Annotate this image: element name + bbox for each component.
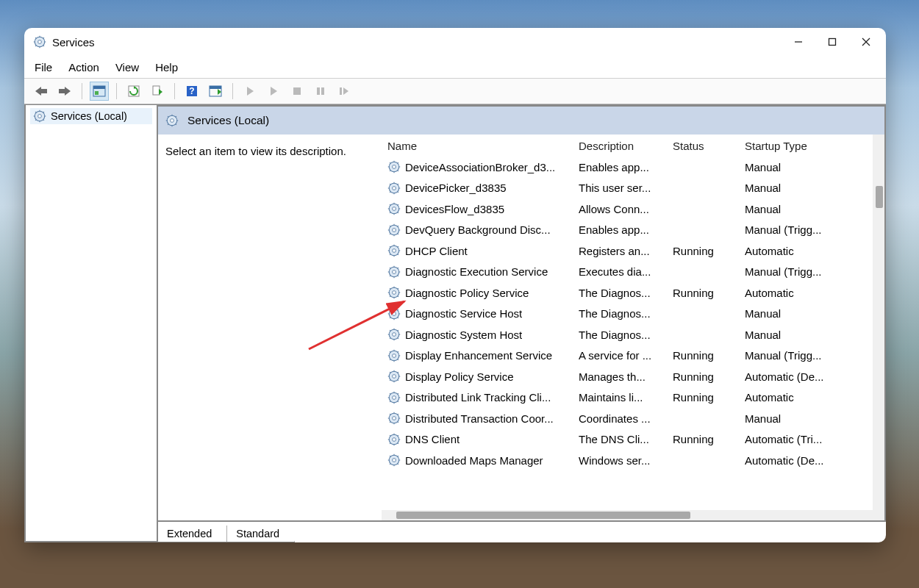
- col-description[interactable]: Description: [579, 140, 673, 152]
- service-row[interactable]: Diagnostic System HostThe Diagnos...Manu…: [382, 324, 884, 345]
- vertical-scrollbar[interactable]: [873, 135, 884, 520]
- svg-marker-29: [271, 87, 277, 96]
- forward-button[interactable]: [55, 82, 74, 101]
- service-startup: Manual: [745, 412, 848, 425]
- tree-item-services-local[interactable]: Services (Local): [30, 108, 152, 124]
- service-row[interactable]: Diagnostic Execution ServiceExecutes dia…: [382, 262, 884, 283]
- service-startup: Automatic (Tri...: [745, 433, 848, 445]
- service-row[interactable]: Diagnostic Policy ServiceThe Diagnos...R…: [382, 282, 884, 304]
- service-startup: Automatic (De...: [745, 454, 848, 467]
- service-status: Running: [673, 433, 745, 445]
- restart-service-button[interactable]: [335, 82, 354, 101]
- svg-rect-32: [321, 87, 324, 95]
- service-status: Running: [673, 391, 745, 404]
- menu-help[interactable]: Help: [155, 61, 178, 74]
- service-desc: Coordinates ...: [579, 412, 673, 425]
- service-name: Display Policy Service: [405, 370, 514, 383]
- service-row[interactable]: Downloaded Maps ManagerWindows ser...Aut…: [382, 450, 884, 471]
- help-button[interactable]: ?: [182, 82, 201, 101]
- pause-service-button[interactable]: [311, 82, 330, 101]
- service-startup: Automatic: [745, 245, 848, 257]
- service-desc: Enables app...: [579, 161, 673, 173]
- service-row[interactable]: DevicesFlow_d3835Allows Conn...Manual: [382, 198, 884, 220]
- service-row[interactable]: Distributed Transaction Coor...Coordinat…: [382, 408, 884, 429]
- service-startup: Manual (Trigg...: [745, 349, 848, 362]
- service-desc: Manages th...: [579, 370, 673, 383]
- services-window: Services File Action View Help ?: [24, 28, 886, 542]
- export-list-button[interactable]: [148, 82, 167, 101]
- start-service-alt-button[interactable]: [264, 82, 283, 101]
- gear-icon: [387, 328, 401, 341]
- svg-marker-27: [218, 89, 221, 95]
- service-name: Diagnostic Policy Service: [405, 287, 529, 299]
- service-desc: Windows ser...: [579, 454, 673, 467]
- window-title: Services: [52, 36, 95, 49]
- service-startup: Manual (Trigg...: [745, 265, 848, 278]
- gear-icon: [387, 307, 401, 320]
- col-startup[interactable]: Startup Type: [745, 140, 848, 152]
- service-startup: Manual: [745, 161, 848, 173]
- service-status: Running: [673, 370, 745, 383]
- service-desc: Maintains li...: [579, 391, 673, 404]
- maximize-button[interactable]: [815, 31, 849, 53]
- service-row[interactable]: Distributed Link Tracking Cli...Maintain…: [382, 387, 884, 409]
- svg-rect-30: [293, 87, 301, 95]
- stop-service-button[interactable]: [287, 82, 307, 101]
- gear-icon: [387, 265, 401, 279]
- service-name: Diagnostic Execution Service: [405, 265, 548, 278]
- description-pane: Select an item to view its description.: [158, 135, 382, 520]
- refresh-button[interactable]: [124, 82, 143, 101]
- service-desc: The Diagnos...: [579, 307, 673, 320]
- svg-rect-21: [153, 86, 160, 95]
- service-name: DevQuery Background Disc...: [405, 223, 551, 236]
- pane-header-label: Services (Local): [187, 114, 269, 127]
- horizontal-scrollbar[interactable]: [382, 510, 873, 520]
- gear-icon: [33, 35, 46, 49]
- service-row[interactable]: DNS ClientThe DNS Cli...RunningAutomatic…: [382, 429, 884, 451]
- menu-file[interactable]: File: [35, 61, 52, 74]
- show-hide-tree-button[interactable]: [90, 82, 109, 101]
- service-startup: Automatic (De...: [745, 370, 848, 383]
- service-row[interactable]: Diagnostic Service HostThe Diagnos...Man…: [382, 304, 884, 325]
- start-service-button[interactable]: [240, 82, 260, 101]
- close-button[interactable]: [849, 31, 883, 53]
- svg-rect-11: [829, 39, 836, 46]
- service-desc: Registers an...: [579, 245, 673, 257]
- view-tabs: Extended Standard: [158, 522, 886, 542]
- titlebar[interactable]: Services: [24, 28, 886, 56]
- service-desc: This user ser...: [579, 182, 673, 194]
- service-row[interactable]: DeviceAssociationBroker_d3...Enables app…: [382, 157, 884, 178]
- service-name: DHCP Client: [405, 245, 468, 257]
- service-status: Running: [673, 287, 745, 299]
- gear-icon: [387, 412, 401, 425]
- back-button[interactable]: [32, 82, 51, 101]
- service-status: Running: [673, 245, 745, 257]
- service-row[interactable]: DevicePicker_d3835This user ser...Manual: [382, 178, 884, 199]
- svg-marker-14: [35, 87, 47, 96]
- service-row[interactable]: Display Policy ServiceManages th...Runni…: [382, 366, 884, 387]
- gear-icon: [387, 182, 401, 195]
- gear-icon: [387, 391, 401, 404]
- gear-icon: [387, 160, 401, 173]
- column-headers[interactable]: Name Description Status Startup Type: [382, 135, 884, 157]
- svg-marker-22: [159, 89, 162, 95]
- service-row[interactable]: DevQuery Background Disc...Enables app..…: [382, 220, 884, 241]
- tab-standard[interactable]: Standard: [226, 526, 295, 542]
- gear-icon: [387, 349, 401, 362]
- menu-action[interactable]: Action: [68, 61, 99, 74]
- svg-rect-18: [95, 91, 99, 95]
- tree-pane: Services (Local): [24, 105, 158, 542]
- toolbar: ?: [24, 78, 886, 104]
- service-row[interactable]: DHCP ClientRegisters an...RunningAutomat…: [382, 240, 884, 262]
- col-name[interactable]: Name: [387, 140, 579, 152]
- col-status[interactable]: Status: [673, 140, 745, 152]
- service-row[interactable]: Display Enhancement ServiceA service for…: [382, 345, 884, 367]
- svg-marker-34: [343, 87, 348, 95]
- services-list[interactable]: Name Description Status Startup Type Dev…: [382, 135, 884, 520]
- tab-extended[interactable]: Extended: [157, 526, 227, 542]
- minimize-button[interactable]: [782, 31, 815, 53]
- gear-icon: [387, 453, 401, 467]
- menu-view[interactable]: View: [115, 61, 139, 74]
- properties-button[interactable]: [206, 82, 225, 101]
- svg-marker-15: [59, 87, 71, 96]
